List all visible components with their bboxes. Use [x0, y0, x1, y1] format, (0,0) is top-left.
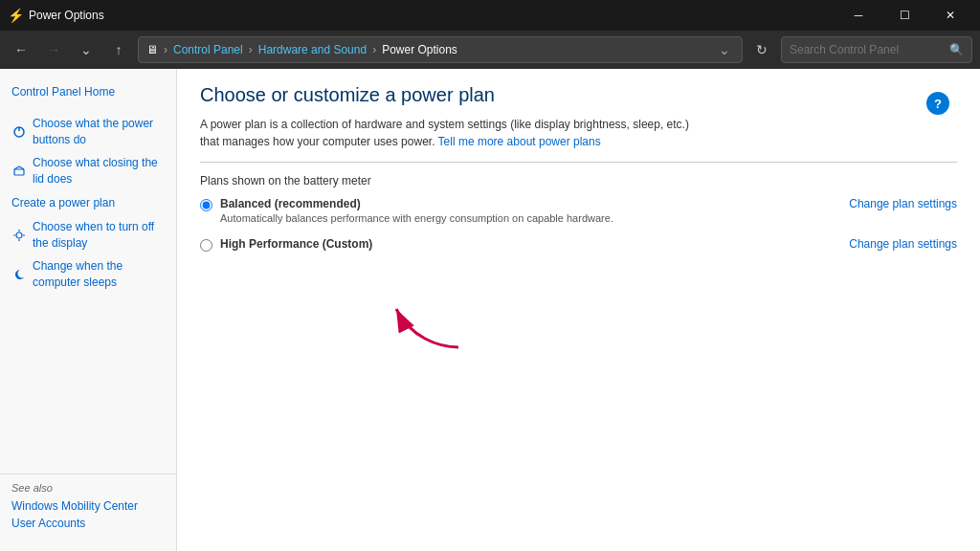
balanced-plan-left: Balanced (recommended) Automatically bal… — [200, 197, 613, 224]
search-icon: 🔍 — [949, 43, 964, 56]
sidebar-link-sleep[interactable]: Change when the computer sleeps — [0, 254, 176, 295]
control-panel-home-link[interactable]: Control Panel Home — [0, 80, 176, 104]
search-box: 🔍 — [781, 36, 972, 63]
learn-more-link[interactable]: Tell me more about power plans — [438, 135, 601, 148]
path-dropdown-button[interactable]: ⌄ — [715, 40, 734, 59]
section-divider — [200, 162, 957, 163]
current-path: Power Options — [382, 43, 457, 56]
section-label: Plans shown on the battery meter — [200, 174, 957, 187]
high-performance-plan-name: High Performance (Custom) — [220, 237, 372, 251]
arrow-annotation — [391, 304, 468, 355]
balanced-radio[interactable] — [200, 199, 212, 211]
high-performance-radio[interactable] — [200, 239, 212, 252]
high-performance-plan: High Performance (Custom) Change plan se… — [200, 237, 957, 253]
balanced-plan: Balanced (recommended) Automatically bal… — [200, 197, 957, 224]
forward-button[interactable]: → — [40, 36, 67, 63]
search-input[interactable] — [790, 43, 944, 56]
balanced-plan-desc: Automatically balances performance with … — [220, 212, 613, 224]
see-also: See also Windows Mobility Center User Ac… — [0, 474, 176, 540]
up-button[interactable]: ↑ — [105, 36, 132, 63]
high-performance-change-plan-link[interactable]: Change plan settings — [849, 237, 957, 251]
close-button[interactable]: ✕ — [928, 0, 972, 31]
svg-rect-2 — [14, 169, 24, 175]
title-bar: ⚡ Power Options ─ ☐ ✕ — [0, 0, 980, 31]
svg-point-5 — [16, 232, 22, 238]
power-icon — [11, 124, 27, 140]
balanced-plan-name: Balanced (recommended) — [220, 197, 613, 210]
high-performance-plan-left: High Performance (Custom) — [200, 237, 372, 253]
sidebar-nav: Control Panel Home Choose what the power… — [0, 80, 176, 466]
maximize-button[interactable]: ☐ — [882, 0, 926, 31]
display-icon — [11, 228, 27, 243]
sidebar: Control Panel Home Choose what the power… — [0, 69, 177, 551]
down-button[interactable]: ⌄ — [73, 36, 100, 63]
lid-icon — [11, 164, 27, 179]
refresh-button[interactable]: ↻ — [748, 36, 775, 63]
hardware-sound-link[interactable]: Hardware and Sound — [258, 43, 367, 56]
content-wrapper: ? Choose or customize a power plan A pow… — [200, 84, 957, 253]
mobility-center-link[interactable]: Windows Mobility Center — [11, 497, 165, 515]
window-title: Power Options — [29, 9, 836, 22]
minimize-button[interactable]: ─ — [836, 0, 880, 31]
user-accounts-link[interactable]: User Accounts — [11, 515, 165, 532]
control-panel-link[interactable]: Control Panel — [173, 43, 243, 56]
page-title: Choose or customize a power plan — [200, 84, 957, 106]
back-button[interactable]: ← — [8, 36, 34, 63]
help-button[interactable]: ? — [926, 92, 949, 115]
content-area: ? Choose or customize a power plan A pow… — [177, 69, 980, 551]
main-container: Control Panel Home Choose what the power… — [0, 69, 980, 551]
sidebar-link-lid[interactable]: Choose what closing the lid does — [0, 151, 176, 191]
balanced-change-plan-link[interactable]: Change plan settings — [849, 197, 957, 210]
balanced-plan-info: Balanced (recommended) Automatically bal… — [220, 197, 613, 224]
page-description: A power plan is a collection of hardware… — [200, 116, 707, 150]
window-controls: ─ ☐ ✕ — [836, 0, 972, 31]
sidebar-link-display[interactable]: Choose when to turn off the display — [0, 215, 176, 255]
sleep-icon — [11, 267, 27, 282]
see-also-label: See also — [11, 482, 165, 494]
app-icon: ⚡ — [8, 8, 23, 23]
sidebar-link-create-plan[interactable]: Create a power plan — [0, 191, 176, 215]
path-icon: 🖥 — [146, 43, 158, 56]
high-performance-plan-info: High Performance (Custom) — [220, 237, 372, 253]
address-bar: ← → ⌄ ↑ 🖥 › Control Panel › Hardware and… — [0, 31, 980, 69]
address-path: 🖥 › Control Panel › Hardware and Sound ›… — [138, 36, 743, 63]
sidebar-link-power-buttons[interactable]: Choose what the power buttons do — [0, 112, 176, 152]
